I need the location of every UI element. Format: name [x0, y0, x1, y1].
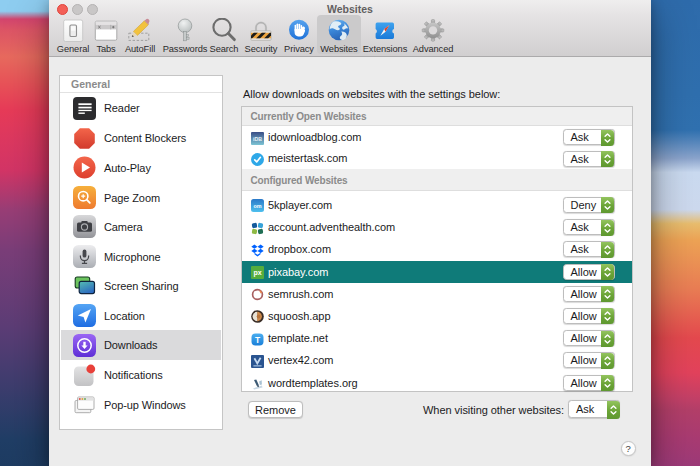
svg-text:om: om	[253, 203, 261, 209]
svg-text:px: px	[253, 269, 261, 277]
svg-text:T: T	[255, 334, 261, 344]
svg-text:iDB: iDB	[253, 135, 262, 141]
